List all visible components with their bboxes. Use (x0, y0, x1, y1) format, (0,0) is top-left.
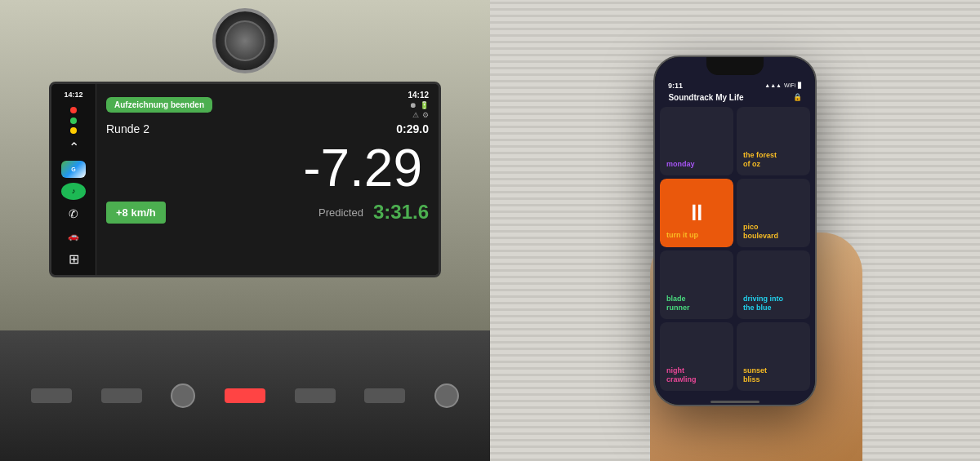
hazard-button (225, 388, 265, 403)
cell-label-night: nightcrawling (666, 366, 727, 384)
top-bar: Aufzeichnung beenden 14:12 ⏺ 🔋 ⚠ ⚙ (106, 91, 429, 119)
gauge-inner (225, 20, 265, 61)
app-title: Soundtrack My Life (668, 93, 743, 102)
alert-icon: ⚠ (412, 111, 419, 119)
signal-icon: ▲▲▲ (764, 82, 782, 88)
cell-label-pico: picoboulevard (743, 223, 804, 241)
knob-1 (171, 383, 195, 408)
label-overlay-turnitup: turn it up (666, 226, 698, 241)
carplay-sidebar: 14:12 ⌃ G ♪ ✆ 🚗 (51, 84, 96, 275)
car-panel: 14:12 ⌃ G ♪ ✆ 🚗 (0, 0, 490, 461)
stop-recording-button[interactable]: Aufzeichnung beenden (106, 97, 212, 113)
chevron-icon: ⌃ (69, 140, 79, 155)
battery-icon: ▊ (798, 82, 802, 89)
predicted-time: 3:31.6 (373, 201, 429, 224)
sidebar-time: 14:12 (64, 91, 82, 99)
round-info: Runde 2 0:29.0 (106, 122, 429, 135)
carplay-main-content: Aufzeichnung beenden 14:12 ⏺ 🔋 ⚠ ⚙ Runde… (96, 84, 439, 275)
wifi-icon: WiFi (784, 82, 795, 88)
grid-cell-turnitup[interactable]: ⏸ turn it up (660, 179, 733, 247)
grid-cell-night[interactable]: nightcrawling (660, 322, 733, 391)
phone-notch (706, 57, 764, 75)
knob-2 (434, 383, 459, 408)
button-1 (31, 388, 72, 403)
phone-body: 9:11 ▲▲▲ WiFi ▊ Soundtrack My Life 🔒 (653, 55, 817, 406)
grid-cell-monday[interactable]: monday (660, 107, 733, 175)
predicted-label: Predicted (318, 206, 363, 219)
indicator-icons (60, 107, 87, 133)
car-icon[interactable]: 🚗 (60, 228, 87, 246)
status-time: 9:11 (668, 82, 683, 90)
app-grid: monday the forestof oz ⏸ turn it up (655, 107, 815, 396)
phone-screen: 9:11 ▲▲▲ WiFi ▊ Soundtrack My Life 🔒 (655, 57, 815, 405)
app-header: Soundtrack My Life 🔒 (655, 91, 815, 107)
grid-menu-icon[interactable]: ⊞ (60, 250, 87, 268)
cell-label-blade: bladerunner (666, 295, 727, 313)
spotify-icon[interactable]: ♪ (61, 183, 86, 200)
button-3 (295, 388, 336, 403)
scroll-indicator (710, 401, 760, 403)
phone-symbol: ✆ (69, 207, 78, 220)
car-symbol: 🚗 (68, 231, 79, 242)
grid-cell-sunset[interactable]: sunsetbliss (737, 322, 810, 391)
lock-icon: 🔒 (793, 93, 802, 101)
phone-content: 9:11 ▲▲▲ WiFi ▊ Soundtrack My Life 🔒 (655, 57, 815, 405)
cell-label-sunset: sunsetbliss (743, 366, 804, 384)
phone-icon[interactable]: ✆ (60, 205, 87, 223)
grid-cell-blade[interactable]: bladerunner (660, 250, 733, 319)
battery-icon: 🔋 (420, 101, 429, 109)
phone-panel: 9:11 ▲▲▲ WiFi ▊ Soundtrack My Life 🔒 (490, 0, 980, 461)
carplay-screen: 14:12 ⌃ G ♪ ✆ 🚗 (49, 82, 441, 277)
record-icon: ⏺ (409, 101, 416, 109)
grid-cell-pico[interactable]: picoboulevard (737, 179, 810, 247)
grid-cell-forest[interactable]: the forestof oz (737, 107, 810, 175)
maps-icon[interactable]: G (61, 161, 86, 178)
cell-label-monday: monday (666, 160, 727, 169)
phone-status-bar: 9:11 ▲▲▲ WiFi ▊ (655, 77, 815, 91)
round-time: 0:29.0 (396, 122, 429, 135)
grid-cell-driving[interactable]: driving intothe blue (737, 250, 810, 319)
pause-icon: ⏸ (685, 199, 708, 226)
bottom-bar: +8 km/h Predicted 3:31.6 (106, 201, 429, 224)
button-4 (364, 388, 405, 403)
settings-icon: ⚙ (422, 111, 429, 119)
cell-label-driving: driving intothe blue (743, 295, 804, 313)
main-time: 14:12 (408, 91, 429, 100)
gauge-circle (212, 8, 278, 73)
big-number-display: -7.29 (106, 142, 429, 194)
button-2 (101, 388, 142, 403)
cell-label-turnitup: turn it up (666, 231, 698, 239)
round-label: Runde 2 (106, 122, 149, 135)
speed-badge: +8 km/h (106, 202, 166, 224)
grid-symbol: ⊞ (69, 251, 79, 267)
gauge-area (196, 4, 294, 53)
status-icons: ▲▲▲ WiFi ▊ (764, 82, 802, 89)
cell-label-forest: the forestof oz (743, 151, 804, 169)
dashboard-buttons (0, 330, 490, 461)
nav-icon[interactable]: ⌃ (60, 138, 87, 156)
predicted-section: Predicted 3:31.6 (318, 201, 429, 224)
